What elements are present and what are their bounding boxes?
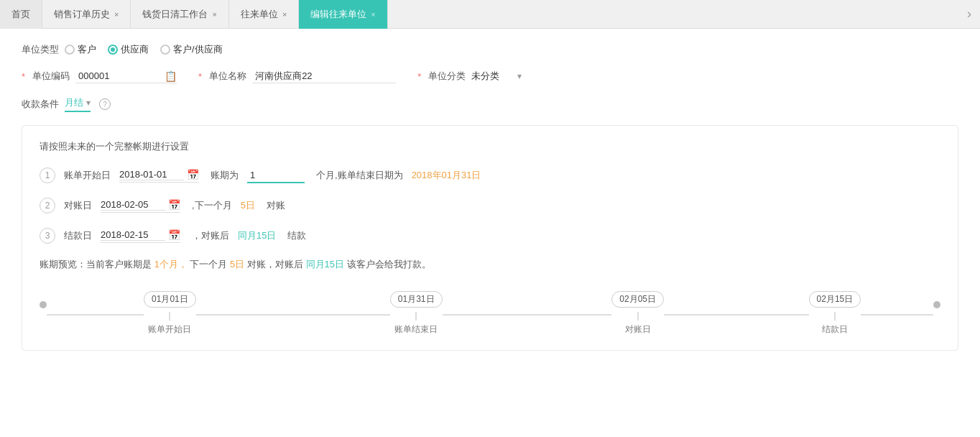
step-2-desc-pre: ,下一个月 [192, 199, 232, 212]
tab-close-partner[interactable]: × [282, 10, 287, 19]
step-2-desc-post: 对账 [267, 199, 285, 212]
step-3-day-highlight: 同月15日 [238, 229, 276, 242]
radio-customer-circle [65, 45, 75, 55]
radio-supplier[interactable]: 供应商 [108, 43, 149, 56]
unit-category-field: * 单位分类 未分类 ▾ [417, 70, 522, 83]
timeline-line-2b [443, 314, 540, 316]
tab-close-edit-partner[interactable]: × [371, 10, 375, 19]
timeline-label-3: 对账日 [625, 323, 651, 336]
timeline-node-4: 02月15日 结款日 [809, 291, 861, 336]
preview-text: 账期预览：当前客户账期是 1个月， 下一个月 5日 对账，对账后 同月15日 该… [40, 258, 940, 271]
unit-code-star: * [22, 71, 25, 82]
tab-sales-history[interactable]: 销售订单历史× [42, 0, 131, 29]
step-3-row: 3 结款日 📅 ，对账后 同月15日 结款 [40, 228, 940, 244]
timeline-point-4: 02月15日 结款日 [736, 291, 933, 336]
tab-more-button[interactable]: › [958, 0, 980, 29]
payment-term-label: 收款条件 [22, 98, 59, 111]
timeline-segments: 01月01日 账单开始日 01月31日 账单结束日 [47, 291, 933, 336]
unit-category-label: 单位分类 [428, 70, 466, 83]
step-1-end-date: 2018年01月31日 [412, 169, 481, 182]
radio-customer[interactable]: 客户 [65, 43, 96, 56]
timeline-tick-2 [415, 312, 417, 321]
preview-reconcile-post: 对账，对账后 [247, 259, 303, 270]
timeline-node-2: 01月31日 账单结束日 [390, 291, 443, 336]
panel-title: 请按照未来的一个完整帐期进行设置 [40, 140, 940, 153]
unit-category-value: 未分类 [471, 70, 514, 83]
tab-partner[interactable]: 往来单位× [229, 0, 299, 29]
step-1-date-input: 📅 [119, 169, 199, 183]
tab-label-edit-partner: 编辑往来单位 [310, 8, 366, 21]
unit-type-label: 单位类型 [22, 43, 59, 56]
timeline-label-4: 结款日 [822, 323, 848, 336]
unit-code-calendar-icon[interactable]: 📋 [165, 70, 177, 82]
timeline-tick-1 [169, 312, 170, 321]
timeline-tick-4 [834, 312, 836, 321]
step-3-date-field[interactable] [101, 229, 165, 241]
timeline-date-3: 02月05日 [611, 291, 664, 308]
step-1-calendar-icon[interactable]: 📅 [187, 169, 199, 180]
step-2-row: 2 对账日 📅 ,下一个月 5日 对账 [40, 198, 940, 213]
timeline-line-3 [540, 314, 612, 316]
step-2-date-input: 📅 [101, 199, 180, 213]
step-2-date-field[interactable] [101, 199, 165, 211]
preview-reconcile-pre: 下一个月 [190, 259, 227, 270]
payment-term-row: 收款条件 月结 ▾ ? [22, 96, 958, 112]
preview-reconcile-day: 5日 [230, 259, 244, 270]
timeline-line-4 [736, 314, 809, 316]
step-1-period-input[interactable] [247, 168, 305, 183]
tab-cash-desk[interactable]: 钱货日清工作台× [131, 0, 228, 29]
unit-name-field: * 单位名称 [198, 69, 396, 83]
tab-close-cash-desk[interactable]: × [212, 10, 216, 19]
radio-both[interactable]: 客户/供应商 [160, 43, 223, 56]
preview-label: 账期预览：当前客户账期是 [40, 259, 152, 270]
timeline-line-1 [47, 314, 144, 316]
unit-name-input[interactable] [252, 69, 396, 83]
unit-code-input-group: 📋 [75, 69, 177, 83]
radio-both-circle [160, 45, 170, 55]
step-2-label: 对账日 [64, 199, 92, 212]
payment-term-select[interactable]: 月结 ▾ [65, 96, 91, 112]
step-1-desc-pre: 账期为 [211, 169, 239, 182]
step-3-date-input: 📅 [101, 229, 180, 243]
tab-label-sales-history: 销售订单历史 [54, 8, 110, 21]
timeline-line-2 [293, 314, 390, 316]
step-1-date-field[interactable] [119, 169, 184, 180]
timeline-right-dot [933, 301, 940, 308]
preview-months: 1个月， [154, 259, 188, 270]
tab-edit-partner[interactable]: 编辑往来单位× [299, 0, 387, 29]
timeline: 01月01日 账单开始日 01月31日 账单结束日 [40, 285, 940, 336]
tab-label-home: 首页 [11, 8, 30, 21]
radio-customer-label: 客户 [78, 43, 96, 56]
payment-term-field: 收款条件 月结 ▾ ? [22, 96, 111, 112]
main-content: 单位类型 客户 供应商 客户/供应商 * 单位编码 [0, 29, 980, 437]
step-3-label: 结款日 [64, 229, 92, 242]
step-3-calendar-icon[interactable]: 📅 [168, 229, 180, 241]
radio-supplier-circle [108, 45, 118, 55]
timeline-line-1b [196, 314, 293, 316]
unit-name-star: * [198, 71, 202, 82]
payment-term-arrow-icon: ▾ [86, 98, 91, 108]
unit-code-input[interactable] [75, 69, 162, 83]
step-2-calendar-icon[interactable]: 📅 [168, 199, 180, 211]
timeline-date-1: 01月01日 [144, 291, 196, 308]
timeline-point-3: 02月05日 对账日 [540, 291, 736, 336]
unit-category-dropdown[interactable]: 未分类 ▾ [471, 70, 522, 83]
unit-type-field: 单位类型 客户 供应商 客户/供应商 [22, 43, 223, 56]
payment-term-help-icon[interactable]: ? [99, 98, 111, 110]
tab-label-partner: 往来单位 [241, 8, 278, 21]
unit-info-row: * 单位编码 📋 * 单位名称 * 单位分类 未分类 ▾ [22, 69, 958, 83]
tab-home[interactable]: 首页 [0, 0, 42, 29]
unit-category-star: * [417, 71, 421, 82]
step-1-number: 1 [40, 167, 55, 183]
preview-payment-day: 同月15日 [306, 259, 344, 270]
unit-code-field: * 单位编码 📋 [22, 69, 177, 83]
step-1-row: 1 账单开始日 📅 账期为 个月,账单结束日期为 2018年01月31日 [40, 167, 940, 183]
period-settings-panel: 请按照未来的一个完整帐期进行设置 1 账单开始日 📅 账期为 个月,账单结束日期… [22, 125, 958, 351]
timeline-label-1: 账单开始日 [148, 323, 191, 336]
tab-close-sales-history[interactable]: × [114, 10, 119, 19]
timeline-left-dot [40, 301, 47, 308]
timeline-line-4b [861, 314, 933, 316]
timeline-label-2: 账单结束日 [394, 323, 438, 336]
tab-label-cash-desk: 钱货日清工作台 [142, 8, 208, 21]
timeline-date-2: 01月31日 [390, 291, 443, 308]
